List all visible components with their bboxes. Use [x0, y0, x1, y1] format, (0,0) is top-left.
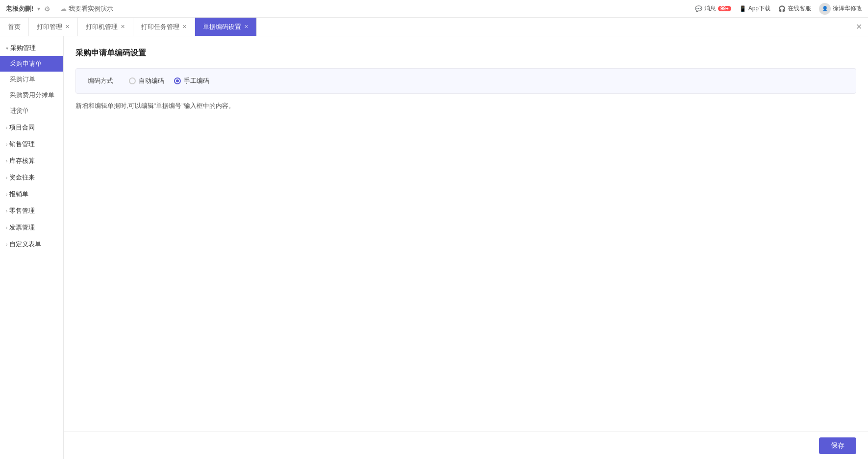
top-bar: 老板勿刪! ▾ ⚙ ☁ 我要看实例演示 💬 消息 99+ 📱 App下载 🎧 在…	[0, 0, 868, 18]
encoding-form-section: 编码方式 自动编码 手工编码	[75, 68, 856, 94]
online-service-item[interactable]: 🎧 在线客服	[778, 4, 811, 13]
chevron-right-icon: ›	[6, 125, 7, 130]
sidebar-group-inventory: › 库存核算	[0, 153, 63, 169]
brand-text: 老板勿刪!	[6, 4, 33, 13]
search-bar[interactable]: ☁ 我要看实例演示	[60, 4, 113, 13]
manual-code-radio-item[interactable]: 手工编码	[174, 76, 209, 85]
sidebar-item-purchase-apply-label: 采购申请单	[10, 60, 42, 67]
sidebar-item-purchase-order-label: 采购订单	[10, 76, 35, 83]
message-item[interactable]: 💬 消息 99+	[695, 4, 731, 13]
tab-single-code[interactable]: 单据编码设置 ✕	[195, 18, 257, 36]
sidebar-item-purchase-apply[interactable]: 采购申请单	[0, 56, 63, 72]
auto-code-radio-item[interactable]: 自动编码	[129, 76, 164, 85]
sidebar-group-purchase: ▾ 采购管理 采购申请单 采购订单 采购费用分摊单 进货单	[0, 40, 63, 119]
search-text: 我要看实例演示	[69, 4, 113, 13]
sidebar-group-custom-form-title[interactable]: › 自定义表单	[0, 236, 63, 252]
sidebar-group-sales-label: 销售管理	[9, 140, 35, 149]
tab-home-label: 首页	[8, 23, 21, 31]
sidebar-group-retail-title[interactable]: › 零售管理	[0, 203, 63, 219]
encoding-method-label: 编码方式	[88, 76, 117, 85]
app-download-item[interactable]: 📱 App下载	[739, 4, 770, 13]
chevron-right-icon-8: ›	[6, 242, 7, 247]
user-name: 徐泽华修改	[833, 4, 862, 13]
chevron-down-icon: ▾	[6, 46, 8, 51]
top-bar-right: 💬 消息 99+ 📱 App下载 🎧 在线客服 👤 徐泽华修改	[695, 3, 862, 15]
tab-home[interactable]: 首页	[0, 18, 29, 36]
tab-printer-manage-label: 打印机管理	[86, 23, 118, 31]
tab-print-manage-close[interactable]: ✕	[65, 24, 70, 30]
sidebar-item-purchase-instock-label: 进货单	[10, 107, 29, 114]
chevron-right-icon-6: ›	[6, 208, 7, 214]
app-download-label: App下载	[748, 4, 770, 13]
page-title: 采购申请单编码设置	[75, 48, 856, 58]
tab-single-code-label: 单据编码设置	[203, 23, 241, 31]
tab-print-task[interactable]: 打印任务管理 ✕	[133, 18, 195, 36]
sidebar-group-invoice-label: 发票管理	[9, 223, 35, 232]
avatar: 👤	[819, 3, 831, 15]
sidebar-group-return-label: 报销单	[9, 190, 28, 199]
main-layout: ▾ 采购管理 采购申请单 采购订单 采购费用分摊单 进货单 › 项目合同	[0, 36, 868, 459]
tab-printer-manage-close[interactable]: ✕	[121, 24, 125, 30]
tab-single-code-close[interactable]: ✕	[244, 24, 248, 30]
tab-print-manage[interactable]: 打印管理 ✕	[29, 18, 78, 36]
chevron-right-icon-2: ›	[6, 142, 7, 147]
sidebar-group-purchase-title[interactable]: ▾ 采购管理	[0, 40, 63, 56]
tab-bar-close[interactable]: ✕	[850, 18, 868, 36]
sidebar: ▾ 采购管理 采购申请单 采购订单 采购费用分摊单 进货单 › 项目合同	[0, 36, 64, 459]
settings-icon[interactable]: ⚙	[44, 5, 50, 13]
sidebar-group-retail: › 零售管理	[0, 203, 63, 219]
sidebar-group-return-title[interactable]: › 报销单	[0, 186, 63, 202]
sidebar-group-funds: › 资金往来	[0, 170, 63, 185]
sidebar-group-invoice: › 发票管理	[0, 220, 63, 235]
sidebar-group-purchase-label: 采购管理	[10, 44, 36, 52]
sidebar-group-sales: › 销售管理	[0, 136, 63, 152]
headset-icon: 🎧	[778, 5, 786, 12]
chevron-right-icon-5: ›	[6, 192, 7, 197]
sidebar-item-purchase-expense-label: 采购费用分摊单	[10, 91, 54, 99]
sidebar-item-purchase-order[interactable]: 采购订单	[0, 72, 63, 87]
sidebar-group-retail-label: 零售管理	[9, 206, 35, 215]
sidebar-group-project-contract-title[interactable]: › 项目合同	[0, 120, 63, 135]
tab-bar: 首页 打印管理 ✕ 打印机管理 ✕ 打印任务管理 ✕ 单据编码设置 ✕ ✕	[0, 18, 868, 36]
tab-print-task-close[interactable]: ✕	[182, 24, 187, 30]
sidebar-item-purchase-instock[interactable]: 进货单	[0, 103, 63, 119]
auto-code-radio-circle[interactable]	[129, 77, 136, 84]
chevron-right-icon-4: ›	[6, 175, 7, 180]
tab-printer-manage[interactable]: 打印机管理 ✕	[78, 18, 133, 36]
sidebar-group-project-label: 项目合同	[9, 123, 35, 132]
user-item[interactable]: 👤 徐泽华修改	[819, 3, 862, 15]
top-bar-left: 老板勿刪! ▾ ⚙ ☁ 我要看实例演示	[6, 4, 113, 13]
cloud-icon: ☁	[60, 5, 67, 12]
encoding-method-row: 编码方式 自动编码 手工编码	[88, 76, 844, 85]
message-label: 消息	[704, 4, 716, 13]
app-icon: 📱	[739, 5, 746, 12]
sidebar-group-inventory-title[interactable]: › 库存核算	[0, 153, 63, 169]
sidebar-group-funds-title[interactable]: › 资金往来	[0, 170, 63, 185]
info-text: 新增和编辑单据时,可以编辑"单据编号"输入框中的内容。	[75, 102, 856, 110]
auto-code-label: 自动编码	[139, 76, 164, 85]
content-body: 采购申请单编码设置 编码方式 自动编码 手工编码	[64, 36, 868, 432]
sidebar-group-invoice-title[interactable]: › 发票管理	[0, 220, 63, 235]
sidebar-group-funds-label: 资金往来	[9, 173, 35, 182]
manual-code-radio-circle[interactable]	[174, 77, 181, 84]
sidebar-group-custom-form: › 自定义表单	[0, 236, 63, 252]
sidebar-group-inventory-label: 库存核算	[9, 156, 35, 165]
chevron-right-icon-3: ›	[6, 158, 7, 164]
radio-group: 自动编码 手工编码	[129, 76, 209, 85]
chevron-right-icon-7: ›	[6, 225, 7, 230]
sidebar-item-purchase-expense[interactable]: 采购费用分摊单	[0, 87, 63, 103]
tab-print-manage-label: 打印管理	[37, 23, 62, 31]
message-badge: 99+	[718, 6, 731, 11]
tab-print-task-label: 打印任务管理	[141, 23, 179, 31]
online-service-label: 在线客服	[788, 4, 811, 13]
save-button[interactable]: 保存	[819, 437, 856, 454]
content-area: 采购申请单编码设置 编码方式 自动编码 手工编码	[64, 36, 868, 459]
dropdown-icon[interactable]: ▾	[37, 5, 40, 12]
sidebar-group-custom-form-label: 自定义表单	[9, 240, 41, 249]
sidebar-group-sales-title[interactable]: › 销售管理	[0, 136, 63, 152]
content-footer: 保存	[64, 432, 868, 459]
manual-code-label: 手工编码	[184, 76, 209, 85]
message-icon: 💬	[695, 5, 702, 12]
sidebar-group-project-contract: › 项目合同	[0, 120, 63, 135]
sidebar-group-return: › 报销单	[0, 186, 63, 202]
